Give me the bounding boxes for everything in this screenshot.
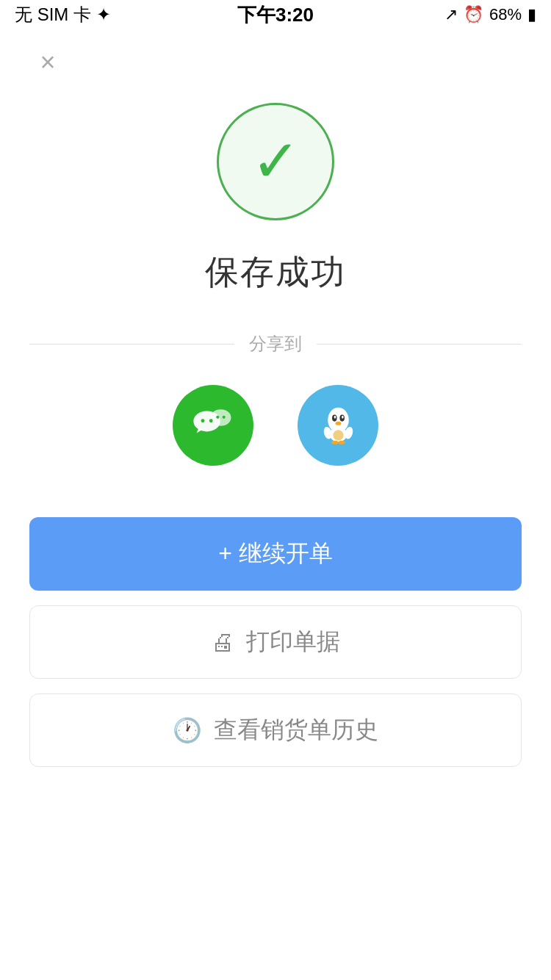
success-circle: ✓ — [217, 103, 334, 220]
print-icon: 🖨 — [211, 629, 234, 656]
svg-point-12 — [335, 421, 341, 425]
svg-point-11 — [342, 415, 344, 418]
print-button[interactable]: 🖨 打印单据 — [29, 605, 522, 679]
svg-point-14 — [333, 430, 343, 440]
status-left: 无 SIM 卡 ✦ — [15, 3, 111, 26]
close-icon: × — [40, 49, 55, 76]
status-right: ↗ ⏰ 68% ▮ — [444, 5, 536, 24]
svg-point-18 — [338, 440, 345, 444]
history-icon: 🕐 — [173, 716, 202, 744]
checkmark-icon: ✓ — [251, 132, 300, 191]
status-bar: 无 SIM 卡 ✦ 下午3:20 ↗ ⏰ 68% ▮ — [0, 0, 551, 29]
battery-icon: ▮ — [527, 5, 536, 24]
svg-point-4 — [216, 416, 219, 419]
svg-point-2 — [201, 419, 205, 422]
main-content: × ✓ 保存成功 分享到 — [0, 29, 551, 980]
svg-point-10 — [334, 415, 336, 418]
action-buttons: + 继续开单 🖨 打印单据 🕐 查看销货单历史 — [29, 517, 522, 767]
close-button[interactable]: × — [29, 44, 66, 81]
svg-point-3 — [209, 419, 213, 422]
sim-status: 无 SIM 卡 ✦ — [15, 3, 111, 26]
history-label: 查看销货单历史 — [214, 714, 378, 746]
svg-point-5 — [223, 416, 226, 419]
qq-share-button[interactable] — [298, 385, 378, 466]
continue-button[interactable]: + 继续开单 — [29, 517, 522, 591]
success-title: 保存成功 — [205, 250, 346, 295]
divider-left — [29, 344, 234, 345]
status-time: 下午3:20 — [237, 2, 314, 28]
alarm-icon: ⏰ — [464, 5, 483, 24]
share-icons-row — [173, 385, 378, 466]
print-label: 打印单据 — [246, 626, 340, 658]
location-icon: ↗ — [444, 5, 458, 24]
qq-icon — [314, 402, 362, 450]
share-label: 分享到 — [234, 332, 317, 356]
divider-right — [317, 344, 522, 345]
wechat-share-button[interactable] — [173, 385, 253, 466]
share-divider: 分享到 — [29, 332, 522, 356]
history-button[interactable]: 🕐 查看销货单历史 — [29, 693, 522, 767]
wechat-icon — [187, 400, 239, 451]
svg-point-17 — [331, 440, 338, 444]
svg-point-1 — [211, 409, 231, 425]
continue-label: + 继续开单 — [218, 538, 333, 570]
battery-level: 68% — [489, 5, 522, 24]
